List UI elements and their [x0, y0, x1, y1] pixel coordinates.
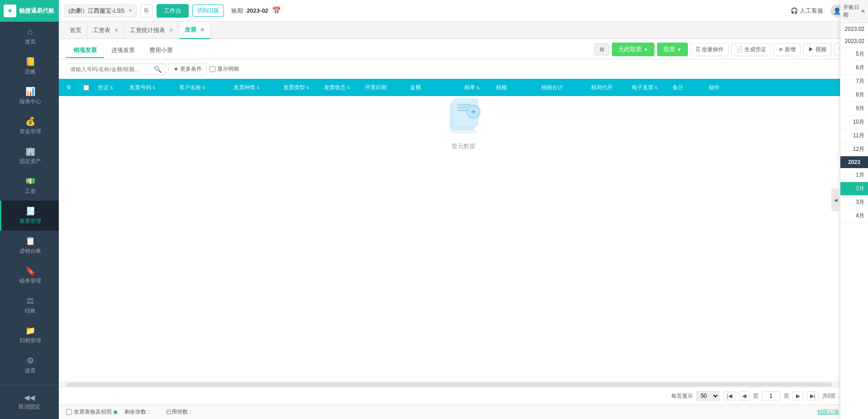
sidebar-item-label: 首页	[25, 38, 36, 46]
sidebar-item-settings[interactable]: ⚙ 设置	[0, 350, 59, 380]
prev-page-button[interactable]: ◀	[739, 391, 749, 400]
sidebar-item-home[interactable]: ⌂ 首页	[0, 22, 59, 51]
per-page-select[interactable]: 50 10 20 100	[696, 391, 720, 401]
take-ticket-button[interactable]: 取票 ▼	[657, 43, 688, 56]
topbar: (勿删）江西服宝-LSS ▼ ⎘ 工作台 切到旧版 账期 2023-02 📅 🎧…	[59, 0, 868, 22]
grid-header: ⚙ 凭证 ⇅ 发票号码 ⇅ 客户名称 ⇅ 发票种类	[59, 79, 868, 96]
voucher-sort-icon[interactable]: ⇅	[110, 85, 113, 90]
last-page-button[interactable]: ▶|	[807, 391, 819, 400]
app-logo: ✦ 畅捷通易代账	[0, 0, 59, 22]
sidebar-item-sales[interactable]: 📋 进销台账	[0, 231, 59, 260]
date-panel-item-9[interactable]: 9月	[840, 102, 868, 116]
date-panel-item-2023-03[interactable]: 3月	[840, 196, 868, 209]
first-page-button[interactable]: |◀	[723, 391, 735, 400]
col-electronic: 电子发票 ⇅	[629, 84, 670, 92]
date-panel-item-2023-02-top[interactable]: 2023.02	[840, 23, 868, 35]
copy-company-button[interactable]: ⎘	[140, 5, 153, 17]
electronic-sort-icon[interactable]: ⇅	[654, 85, 658, 90]
tab-invoice[interactable]: 发票 ✕	[179, 22, 210, 39]
invoice-category-sort-icon[interactable]: ⇅	[306, 85, 310, 90]
col-settings[interactable]: ⚙	[61, 84, 77, 91]
tab-salary-table-close[interactable]: ✕	[114, 27, 119, 34]
sidebar-item-invoice[interactable]: 🧾 发票管理	[0, 201, 59, 231]
customer-sort-icon[interactable]: ⇅	[202, 85, 205, 90]
verify-checkbox[interactable]	[66, 409, 72, 415]
sub-tab-expense-label: 费用小票	[149, 47, 173, 53]
search-icon[interactable]: 🔍	[154, 66, 162, 73]
sub-tab-purchase-invoice[interactable]: 进项发票	[104, 43, 142, 58]
date-panel-item-2023-02[interactable]: 2月	[840, 182, 868, 196]
grid-settings-button[interactable]: ⊞	[595, 43, 609, 55]
col-checkbox[interactable]	[77, 85, 95, 91]
sidebar-item-close[interactable]: ⚖ 结账	[0, 290, 59, 320]
video-button[interactable]: ▶ 视频	[803, 43, 831, 56]
date-panel-toggle-btn[interactable]: ◀	[831, 188, 840, 211]
show-detail-checkbox[interactable]	[210, 66, 215, 72]
headset-icon: 🎧	[791, 7, 798, 14]
date-panel-item-12[interactable]: 12月	[840, 143, 868, 156]
more-filter-button[interactable]: ▼ 更多条件	[168, 63, 207, 75]
tax-icon: 🔖	[25, 266, 35, 276]
tab-salary-table[interactable]: 工资表 ✕	[87, 22, 124, 39]
no-invoice-label: 无此取票	[618, 45, 642, 53]
date-panel-item-7[interactable]: 7月	[840, 75, 868, 88]
generate-voucher-button[interactable]: 📄 生成凭证	[731, 43, 771, 56]
new-button[interactable]: ⊕ 新增	[774, 43, 801, 56]
customer-service-button[interactable]: 🎧 人工客服	[791, 7, 823, 15]
status-sort-icon[interactable]: ⇅	[347, 85, 350, 90]
batch-ops-button[interactable]: ☰ 批量操作	[691, 43, 729, 56]
date-panel-close-icon[interactable]: ✕	[861, 8, 865, 14]
invoice-type-sort-icon[interactable]: ⇅	[256, 85, 260, 90]
calendar-icon[interactable]: 📅	[272, 6, 281, 15]
page-body: 销项发票 进项发票 费用小票 ⊞ 无此取票 ▼ 取票 ▼	[59, 39, 868, 419]
video-label: 视频	[816, 46, 826, 53]
svg-rect-4	[457, 104, 471, 106]
sub-tab-actions: ⊞ 无此取票 ▼ 取票 ▼ ☰ 批量操作 📄 生成凭证	[595, 43, 861, 59]
date-panel-item-11[interactable]: 11月	[840, 129, 868, 143]
col-voucher: 凭证 ⇅	[95, 84, 127, 92]
tab-salary-stats[interactable]: 工资统计报表 ✕	[124, 22, 179, 39]
photo-records-link[interactable]: 拍照记录	[817, 408, 839, 416]
video-icon: ▶	[808, 46, 814, 53]
sidebar-item-label: 固定资产	[19, 158, 41, 165]
switch-old-version-button[interactable]: 切到旧版	[192, 5, 224, 17]
no-invoice-button[interactable]: 无此取票 ▼	[612, 43, 654, 56]
sidebar-item-label: 进销台账	[19, 247, 41, 255]
next-page-button[interactable]: ▶	[793, 391, 803, 400]
date-panel-item-2023-01[interactable]: 1月	[840, 169, 868, 182]
show-detail-checkbox-wrap[interactable]: 显示明细	[210, 65, 239, 73]
date-panel-item-10[interactable]: 10月	[840, 116, 868, 129]
generate-voucher-label: 生成凭证	[744, 46, 766, 53]
page-input[interactable]	[762, 391, 780, 400]
invoice-no-sort-icon[interactable]: ⇅	[152, 85, 156, 90]
date-panel-item-2023-02b[interactable]: 2023.02	[840, 35, 868, 48]
sidebar-item-archive[interactable]: 📁 归档管理	[0, 320, 59, 350]
tab-salary-stats-close[interactable]: ✕	[169, 27, 173, 34]
sidebar-item-assets[interactable]: 🏢 固定资产	[0, 141, 59, 171]
tax-rate-sort-icon[interactable]: ⇅	[476, 85, 480, 90]
sidebar-item-ledger[interactable]: 📒 总账	[0, 51, 59, 81]
date-panel-item-2023-04[interactable]: 4月	[840, 209, 868, 223]
sidebar-item-salary[interactable]: 💵 工资	[0, 171, 59, 201]
company-selector[interactable]: (勿删）江西服宝-LSS ▼	[64, 5, 137, 17]
sidebar-item-tax[interactable]: 🔖 税务管理	[0, 260, 59, 290]
sidebar-unpin-btn[interactable]: ◀◀ 取消固定	[5, 390, 54, 414]
sidebar-item-funds[interactable]: 💰 资金管理	[0, 111, 59, 141]
tab-invoice-close[interactable]: ✕	[200, 27, 205, 33]
sub-tab-sales-invoice[interactable]: 销项发票	[66, 43, 104, 58]
select-all-checkbox[interactable]	[83, 85, 89, 91]
date-panel-item-6[interactable]: 6月	[840, 61, 868, 75]
horizontal-scrollbar[interactable]	[59, 381, 868, 387]
workspace-button[interactable]: 工作台	[157, 4, 189, 18]
more-filter-label: 更多条件	[180, 65, 202, 73]
col-open-date: 开票日期	[362, 84, 407, 92]
sidebar-item-reports[interactable]: 📊 报表中心	[0, 81, 59, 111]
date-panel-item-8[interactable]: 8月	[840, 88, 868, 102]
search-input[interactable]	[70, 66, 152, 72]
date-panel-item-5[interactable]: 5月	[840, 48, 868, 61]
empty-icon	[441, 96, 486, 137]
tab-home[interactable]: 首页	[64, 22, 87, 39]
sub-tab-expense-receipt[interactable]: 费用小票	[142, 43, 180, 58]
sidebar-item-guide[interactable]: 🎯 新手引导	[0, 380, 59, 385]
col-tax-code: 税局代开	[588, 84, 629, 92]
